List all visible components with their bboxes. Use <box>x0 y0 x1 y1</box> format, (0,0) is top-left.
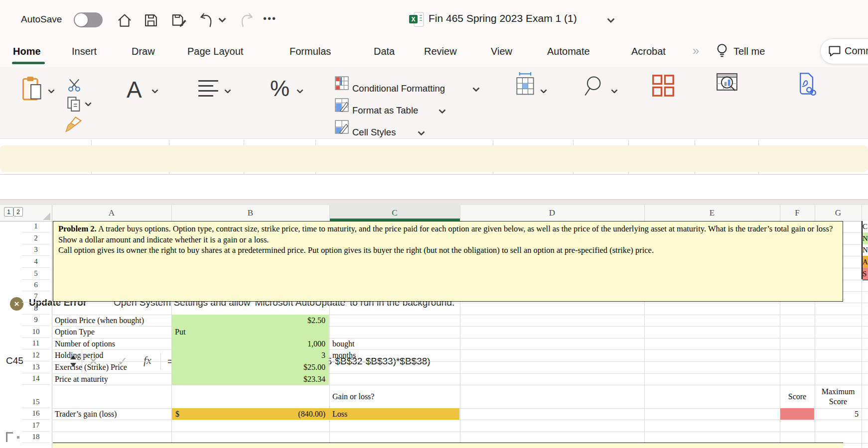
cut-icon[interactable] <box>67 78 82 91</box>
column-header-B[interactable]: B <box>171 205 330 221</box>
row-header-4[interactable]: 4 <box>22 256 50 268</box>
cell-styles-menu[interactable]: Cell Styles <box>352 127 396 138</box>
cell-A14[interactable]: Price at maturity <box>55 373 169 385</box>
tab-automate[interactable]: Automate <box>547 46 590 57</box>
legend-cell-3[interactable]: N <box>863 244 868 256</box>
tab-view[interactable]: View <box>491 46 512 57</box>
alignment-chevron-icon[interactable] <box>224 86 231 91</box>
column-header-G[interactable]: G <box>815 205 862 221</box>
copy-icon[interactable] <box>67 96 82 111</box>
editing-icon[interactable] <box>584 75 606 98</box>
font-icon[interactable]: A <box>127 76 142 103</box>
outline-level-2[interactable]: 2 <box>13 207 23 217</box>
autosave-toggle[interactable] <box>74 12 103 27</box>
cell-A16[interactable]: Trader’s gain (loss) <box>55 408 169 420</box>
row-header-11[interactable]: 11 <box>22 338 50 349</box>
undo-chevron-icon[interactable] <box>218 16 226 24</box>
create-pdf-icon[interactable] <box>796 72 816 95</box>
name-box[interactable]: C45 <box>6 355 23 366</box>
cells-icon[interactable] <box>515 72 535 98</box>
cell-B12[interactable]: 3 <box>174 349 325 361</box>
problem-statement-box[interactable]: Problem 2. A trader buys options. Option… <box>53 221 843 302</box>
cell-A10[interactable]: Option Type <box>55 326 169 338</box>
row-header-7[interactable]: 7 <box>22 291 50 303</box>
row-header-10[interactable]: 10 <box>22 326 50 338</box>
cell-B14[interactable]: $23.34 <box>174 373 325 385</box>
save-as-icon[interactable] <box>170 12 187 29</box>
row-header-16[interactable]: 16 <box>22 408 50 420</box>
column-header-E[interactable]: E <box>644 205 780 221</box>
cell-A12[interactable]: Holding period <box>55 349 169 361</box>
select-all-corner[interactable] <box>43 213 50 220</box>
document-title[interactable]: Fin 465 Spring 2023 Exam 1 (1) <box>429 12 577 24</box>
tab-home[interactable]: Home <box>13 46 41 57</box>
home-icon[interactable] <box>116 12 133 29</box>
legend-cell-1[interactable]: C <box>863 221 868 233</box>
legend-cell-5[interactable]: S <box>863 268 868 280</box>
row-header-8[interactable]: 8 <box>22 303 50 315</box>
cell-styles-chevron-icon[interactable] <box>418 128 425 133</box>
cell-B16-value[interactable]: (840.00) <box>174 408 325 420</box>
tab-insert[interactable]: Insert <box>72 46 97 57</box>
row-header-13[interactable]: 13 <box>22 361 50 373</box>
row-header-5[interactable]: 5 <box>22 268 50 280</box>
number-icon[interactable]: % <box>270 76 289 101</box>
paste-icon[interactable] <box>22 76 44 104</box>
add-ins-icon[interactable] <box>652 74 675 97</box>
row-header-15[interactable]: 15 <box>22 385 50 408</box>
tell-me-button[interactable]: Tell me <box>733 46 765 57</box>
cell-C12[interactable]: months <box>332 349 432 361</box>
column-header-D[interactable]: D <box>460 205 645 221</box>
font-chevron-icon[interactable] <box>151 86 158 91</box>
cell-B10[interactable]: Put <box>175 326 324 338</box>
tab-formulas[interactable]: Formulas <box>289 46 331 57</box>
row-header-1[interactable]: 1 <box>22 221 50 232</box>
row-header-2[interactable]: 2 <box>22 232 50 244</box>
cell-F15[interactable]: Score <box>780 385 815 408</box>
paste-chevron-icon[interactable] <box>48 86 55 91</box>
format-as-table-menu[interactable]: Format as Table <box>352 105 418 116</box>
row-header-3[interactable]: 3 <box>22 244 50 256</box>
row-header-18[interactable]: 18 <box>22 432 50 443</box>
cells-chevron-icon[interactable] <box>540 86 547 91</box>
cell-A13[interactable]: Exercise (Strike) Price <box>55 361 169 373</box>
undo-icon[interactable] <box>198 12 215 29</box>
number-chevron-icon[interactable] <box>296 86 303 91</box>
cell-C15[interactable]: Gain or loss? <box>332 385 432 408</box>
cell-C16[interactable]: Loss <box>332 408 432 420</box>
cell-G15[interactable]: Maximum Score <box>816 385 861 408</box>
analyze-data-icon[interactable] <box>717 73 737 93</box>
legend-cell-2[interactable]: N <box>863 232 868 245</box>
cell-C11[interactable]: bought <box>332 338 432 349</box>
legend-cell-4[interactable]: A <box>863 256 868 268</box>
cell-B9[interactable]: $2.50 <box>174 315 325 326</box>
copy-chevron-icon[interactable] <box>85 99 92 104</box>
more-commands-icon[interactable]: ••• <box>263 13 277 24</box>
conditional-formatting-chevron-icon[interactable] <box>472 85 480 90</box>
format-painter-icon[interactable] <box>65 116 83 133</box>
editing-chevron-icon[interactable] <box>611 86 618 91</box>
tab-data[interactable]: Data <box>374 46 395 57</box>
format-as-table-chevron-icon[interactable] <box>438 107 446 112</box>
column-header-F[interactable]: F <box>780 205 815 221</box>
column-header-A[interactable]: A <box>52 205 172 221</box>
row-header-14[interactable]: 14 <box>22 373 50 385</box>
tab-overflow-icon[interactable]: » <box>693 44 699 58</box>
cell-A9[interactable]: Option Price (when bought) <box>55 315 169 326</box>
cell-B11[interactable]: 1,000 <box>174 338 325 349</box>
row-header-17[interactable]: 17 <box>22 420 50 432</box>
save-icon[interactable] <box>143 12 159 29</box>
cell-B13[interactable]: $25.00 <box>174 361 325 373</box>
tab-page-layout[interactable]: Page Layout <box>187 46 243 57</box>
row-header-9[interactable]: 9 <box>22 315 50 326</box>
error-close-icon[interactable]: × <box>10 297 23 311</box>
tab-draw[interactable]: Draw <box>132 46 155 57</box>
title-chevron-icon[interactable] <box>607 16 615 22</box>
tab-acrobat[interactable]: Acrobat <box>631 46 666 57</box>
cell-G16[interactable]: 5 <box>815 408 859 420</box>
row-header-12[interactable]: 12 <box>22 349 50 361</box>
tab-review[interactable]: Review <box>424 46 457 57</box>
outline-level-1[interactable]: 1 <box>4 207 13 217</box>
conditional-formatting-menu[interactable]: Conditional Formatting <box>352 83 445 94</box>
cell-A11[interactable]: Number of options <box>55 338 169 349</box>
